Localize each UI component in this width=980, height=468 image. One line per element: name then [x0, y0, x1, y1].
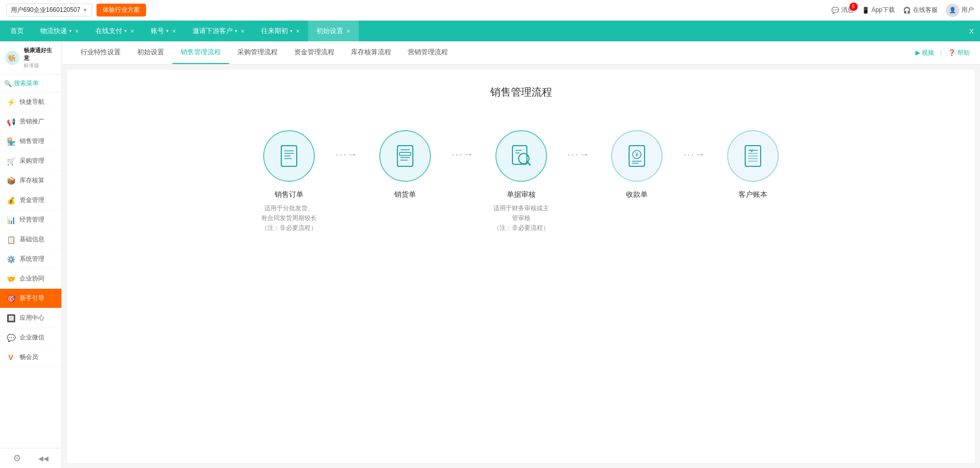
flow-circle-customer-account[interactable]: ¥ — [727, 130, 779, 182]
phone-icon: 📱 — [862, 7, 870, 14]
sidebar-item-purchase[interactable]: 🛒 采购管理 — [0, 151, 61, 171]
nav-tab-payment[interactable]: 在线支付 ▾ ✕ — [87, 21, 142, 41]
video-link[interactable]: ▶ 视频 — [915, 49, 934, 57]
sub-tab-marketing-flow[interactable]: 营销管理流程 — [399, 41, 456, 64]
headset-icon: 🎧 — [903, 7, 911, 14]
svg-text:¥: ¥ — [635, 152, 638, 158]
sidebar-item-finance[interactable]: 💰 资金管理 — [0, 191, 61, 210]
flow-circle-sales-invoice[interactable] — [379, 130, 431, 182]
svg-rect-7 — [397, 146, 413, 166]
svg-line-14 — [527, 162, 531, 165]
settings-icon[interactable]: ⚙ — [13, 453, 21, 464]
flow-label-receipt: 收款单 — [626, 190, 648, 199]
sidebar-item-system[interactable]: ⚙️ 系统管理 — [0, 249, 61, 269]
sub-tabs: 行业特性设置 初始设置 销售管理流程 采购管理流程 资金管理流程 库存核算流程 … — [62, 41, 980, 65]
flow-arrow-2: ···→ — [452, 130, 475, 160]
sidebar-item-newbie[interactable]: 🎯 新手引导 — [0, 289, 61, 308]
help-link[interactable]: ❓ 帮助 — [948, 49, 970, 57]
grid-icon: 🔲 — [6, 314, 15, 322]
collapse-icon[interactable]: ◀◀ — [38, 455, 49, 462]
sidebar-bottom: ⚙ ◀◀ — [0, 448, 61, 468]
flow-item-sales-order: 销售订单 适用于分批发货、 有合同发货周期较长 （注：非必要流程） — [243, 130, 335, 233]
close-icon[interactable]: ✕ — [240, 28, 245, 34]
sidebar-item-quick-nav[interactable]: ⚡ 快捷导航 — [0, 92, 61, 112]
flow-label-audit: 单据审核 — [507, 190, 536, 199]
nav-tab-logistics[interactable]: 物流快递 ▾ ✕ — [32, 21, 87, 41]
close-all-tabs[interactable]: X — [969, 27, 974, 35]
sidebar-item-enterprise-wechat[interactable]: 💬 企业微信 — [0, 328, 61, 348]
sub-tab-industry[interactable]: 行业特性设置 — [72, 41, 129, 64]
sidebar-item-sales[interactable]: 🏪 销售管理 — [0, 132, 61, 151]
flow-item-sales-invoice: 销货单 — [359, 130, 452, 204]
flow-item-customer-account: ¥ 客户账本 — [706, 130, 799, 204]
service-label: 在线客服 — [913, 6, 938, 14]
close-icon[interactable]: ✕ — [346, 28, 350, 34]
svg-rect-9 — [399, 152, 411, 155]
sidebar-logo: 畅 畅康通好生意 标准版 — [0, 41, 61, 75]
service-item[interactable]: 🎧 在线客服 — [903, 6, 938, 14]
chevron-down-icon: ▾ — [290, 28, 293, 34]
target-icon: 🎯 — [6, 294, 15, 303]
flow-circle-sales-order[interactable] — [263, 130, 315, 182]
trial-button[interactable]: 体验行业方案 — [97, 4, 146, 17]
sidebar-item-inventory[interactable]: 📦 库存核算 — [0, 171, 61, 191]
sub-tab-inventory-flow[interactable]: 库存核算流程 — [343, 41, 399, 64]
sidebar-item-membership[interactable]: V 畅会员 — [0, 348, 61, 367]
message-icon-item[interactable]: 💬 消息 6 — [831, 6, 854, 14]
gear-icon: ⚙️ — [6, 255, 15, 263]
chevron-down-icon: ▾ — [69, 28, 72, 34]
app-download-item[interactable]: 📱 App下载 — [862, 6, 895, 14]
sub-tab-sales-flow[interactable]: 销售管理流程 — [172, 41, 229, 64]
flow-arrow-1: ···→ — [335, 130, 359, 160]
nav-tab-account[interactable]: 账号 ▾ ✕ — [142, 21, 184, 41]
sub-tab-init[interactable]: 初始设置 — [129, 41, 172, 64]
main-layout: 畅 畅康通好生意 标准版 🔍 搜索菜单 ⚡ 快捷导航 📢 营销推广 🏪 销售管理… — [0, 41, 980, 468]
money-icon: 💰 — [6, 196, 15, 205]
user-selector[interactable]: 用户690企业1660120507 ▼ — [6, 4, 92, 17]
close-icon[interactable]: ✕ — [296, 28, 300, 34]
top-bar: 用户690企业1660120507 ▼ 体验行业方案 💬 消息 6 📱 App下… — [0, 0, 980, 21]
user-selector-text: 用户690企业1660120507 — [11, 6, 81, 14]
sub-tab-finance-flow[interactable]: 资金管理流程 — [286, 41, 343, 64]
sidebar-item-operations[interactable]: 📊 经营管理 — [0, 210, 61, 230]
nav-tab-period[interactable]: 往来期初 ▾ ✕ — [253, 21, 308, 41]
nav-tab-invite[interactable]: 邀请下游客户 ▾ ✕ — [184, 21, 253, 41]
user-name-label: 用户 — [961, 6, 974, 14]
message-icon: 💬 — [831, 7, 839, 14]
message-badge: 6 — [849, 3, 858, 11]
top-bar-left: 用户690企业1660120507 ▼ 体验行业方案 — [6, 4, 146, 17]
flow-item-audit: 单据审核 适用于财务审核或主 管审核 （注：非必要流程） — [475, 130, 568, 233]
chevron-down-icon: ▾ — [235, 28, 237, 34]
chat-icon: 💬 — [6, 334, 15, 342]
flow-circle-audit[interactable] — [495, 130, 547, 182]
sub-tab-purchase-flow[interactable]: 采购管理流程 — [229, 41, 286, 64]
sub-tab-actions: ▶ 视频 | ❓ 帮助 — [915, 49, 970, 57]
help-icon: ❓ — [948, 49, 956, 56]
sidebar-item-marketing[interactable]: 📢 营销推广 — [0, 112, 61, 132]
sidebar-item-app-center[interactable]: 🔲 应用中心 — [0, 308, 61, 328]
chevron-down-icon: ▾ — [124, 28, 127, 34]
flow-arrow-3: ···→ — [568, 130, 591, 160]
sidebar-item-enterprise-collab[interactable]: 🤝 企业协同 — [0, 269, 61, 289]
megaphone-icon: 📢 — [6, 118, 15, 126]
sidebar-item-basic-info[interactable]: 📋 基础信息 — [0, 230, 61, 249]
top-bar-right: 💬 消息 6 📱 App下载 🎧 在线客服 👤 用户 — [831, 4, 974, 17]
flow-label-sales-order: 销售订单 — [275, 190, 303, 199]
flow-label-customer-account: 客户账本 — [738, 190, 767, 199]
nav-tab-init[interactable]: 初始设置 ✕ — [308, 21, 359, 41]
sidebar-search[interactable]: 🔍 搜索菜单 — [0, 75, 61, 92]
close-icon[interactable]: ✕ — [130, 28, 134, 34]
app-label: App下载 — [872, 6, 895, 14]
handshake-icon: 🤝 — [6, 275, 15, 283]
svg-text:¥: ¥ — [750, 148, 753, 153]
close-icon[interactable]: ✕ — [75, 28, 79, 34]
user-avatar-item[interactable]: 👤 用户 — [946, 4, 974, 17]
box-icon: 📦 — [6, 177, 15, 185]
cart-icon: 🛒 — [6, 157, 15, 165]
flow-diagram: 销售订单 适用于分批发货、 有合同发货周期较长 （注：非必要流程） ···→ — [77, 130, 965, 233]
nav-tab-home[interactable]: 首页 — [2, 21, 32, 41]
vip-icon: V — [6, 353, 15, 362]
flow-circle-receipt[interactable]: ¥ — [611, 130, 663, 182]
close-icon[interactable]: ✕ — [172, 28, 176, 34]
sidebar: 畅 畅康通好生意 标准版 🔍 搜索菜单 ⚡ 快捷导航 📢 营销推广 🏪 销售管理… — [0, 41, 62, 468]
